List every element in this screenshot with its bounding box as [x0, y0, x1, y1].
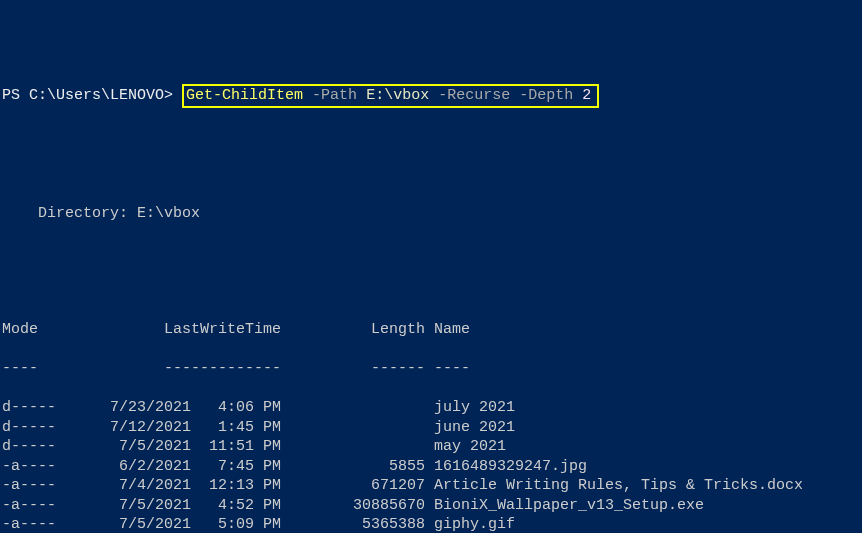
cell-name: 1616489329247.jpg — [425, 457, 587, 477]
cell-lastwritetime: 7/5/2021 4:52 PM — [56, 496, 281, 516]
directory-header-1: Directory: E:\vbox — [2, 204, 862, 224]
cell-length: 5855 — [281, 457, 425, 477]
cell-mode: -a---- — [2, 457, 56, 477]
hdr-name: Name — [425, 320, 470, 340]
cell-mode: d----- — [2, 398, 56, 418]
cell-name: giphy.gif — [425, 515, 515, 533]
cell-length: 30885670 — [281, 496, 425, 516]
depth-value: 2 — [582, 87, 591, 104]
cell-mode: -a---- — [2, 515, 56, 533]
cell-mode: d----- — [2, 418, 56, 438]
cell-lastwritetime: 7/4/2021 12:13 PM — [56, 476, 281, 496]
cell-lastwritetime: 6/2/2021 7:45 PM — [56, 457, 281, 477]
table-row: -a---- 7/5/2021 5:09 PM5365388giphy.gif — [2, 515, 862, 533]
cell-mode: -a---- — [2, 496, 56, 516]
hdr-length: Length — [281, 320, 425, 340]
table-row: d----- 7/23/2021 4:06 PMjuly 2021 — [2, 398, 862, 418]
hdr-mode: Mode — [2, 320, 56, 340]
param-depth: -Depth — [519, 87, 573, 104]
cell-name: BioniX_Wallpaper_v13_Setup.exe — [425, 496, 704, 516]
command-highlight: Get-ChildItem -Path E:\vbox -Recurse -De… — [182, 84, 599, 108]
shell-prompt: PS C:\Users\LENOVO> — [2, 87, 173, 104]
table-row: -a---- 7/4/2021 12:13 PM671207Article Wr… — [2, 476, 862, 496]
cell-mode: d----- — [2, 437, 56, 457]
cell-lastwritetime: 7/12/2021 1:45 PM — [56, 418, 281, 438]
cmdlet: Get-ChildItem — [186, 87, 303, 104]
table-row: d----- 7/12/2021 1:45 PMjune 2021 — [2, 418, 862, 438]
table-row: -a---- 7/5/2021 4:52 PM30885670BioniX_Wa… — [2, 496, 862, 516]
cell-name: july 2021 — [425, 398, 515, 418]
cell-lastwritetime: 7/5/2021 5:09 PM — [56, 515, 281, 533]
column-header-dashes: --------------------------- — [2, 359, 862, 379]
param-path: -Path — [312, 87, 357, 104]
hdr-lastwritetime: LastWriteTime — [56, 320, 281, 340]
cell-lastwritetime: 7/5/2021 11:51 PM — [56, 437, 281, 457]
cell-lastwritetime: 7/23/2021 4:06 PM — [56, 398, 281, 418]
param-recurse: -Recurse — [438, 87, 510, 104]
cell-length: 5365388 — [281, 515, 425, 533]
path-value: E:\vbox — [366, 87, 429, 104]
cell-length: 671207 — [281, 476, 425, 496]
command-line[interactable]: PS C:\Users\LENOVO> Get-ChildItem -Path … — [2, 84, 862, 108]
column-headers: ModeLastWriteTimeLengthName — [2, 320, 862, 340]
cell-name: may 2021 — [425, 437, 506, 457]
table-row: -a---- 6/2/2021 7:45 PM58551616489329247… — [2, 457, 862, 477]
cell-name: june 2021 — [425, 418, 515, 438]
cell-mode: -a---- — [2, 476, 56, 496]
table-row: d----- 7/5/2021 11:51 PMmay 2021 — [2, 437, 862, 457]
listing-rows: d----- 7/23/2021 4:06 PMjuly 2021d----- … — [2, 398, 862, 533]
cell-name: Article Writing Rules, Tips & Tricks.doc… — [425, 476, 803, 496]
